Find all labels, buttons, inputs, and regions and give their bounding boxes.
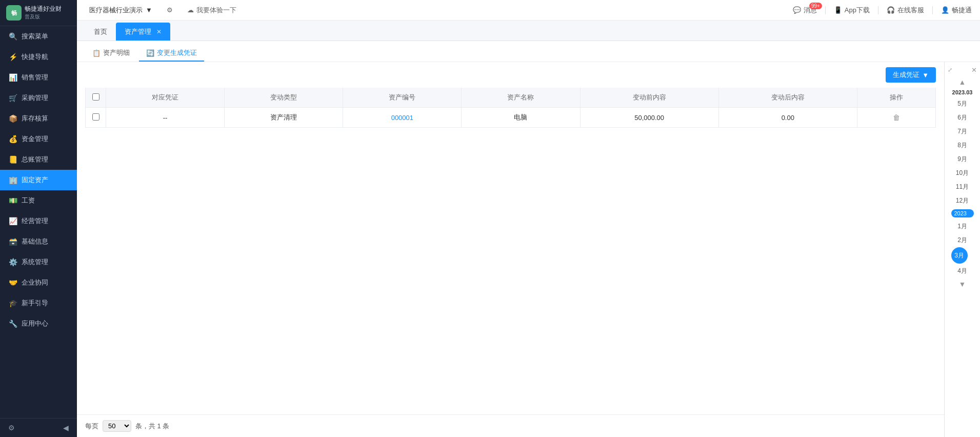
select-all-checkbox[interactable] bbox=[92, 93, 99, 101]
sidebar-item-apps[interactable]: 🔧应用中心 bbox=[0, 313, 77, 334]
col-before: 变动前内容 bbox=[580, 88, 718, 108]
generate-voucher-button[interactable]: 生成凭证 ▼ bbox=[886, 67, 936, 83]
generate-voucher-label: 生成凭证 bbox=[893, 70, 919, 80]
messages-badge: 99+ bbox=[809, 3, 822, 9]
main-area: 医疗器械行业演示 ▼ ⚙ ☁ 我要体验一下 💬 消息 99+ 📱 App下载 🎧… bbox=[77, 0, 980, 437]
table-row: -- 资产清理 000001 电脑 50,000.00 0.00 🗑 bbox=[86, 108, 936, 128]
sidebar-item-search[interactable]: 🔍搜索菜单 bbox=[0, 26, 77, 47]
panel-year-label: 2023.03 bbox=[952, 89, 973, 95]
tab-home-label: 首页 bbox=[94, 28, 107, 35]
col-voucher: 对应凭证 bbox=[106, 88, 225, 108]
header-settings-btn[interactable]: ⚙ bbox=[163, 3, 177, 17]
col-asset-no: 资产编号 bbox=[343, 88, 462, 108]
sidebar-label-system: 系统管理 bbox=[22, 257, 48, 267]
month-item-6月[interactable]: 6月 bbox=[951, 111, 974, 124]
sidebar-item-funds[interactable]: 💰资金管理 bbox=[0, 129, 77, 149]
sub-tab-change-voucher[interactable]: 🔄 变更生成凭证 bbox=[139, 45, 204, 62]
sidebar-item-ledger[interactable]: 📒总账管理 bbox=[0, 149, 77, 170]
panel-close-icon[interactable]: ✕ bbox=[971, 66, 977, 74]
month-item-7月[interactable]: 7月 bbox=[951, 125, 974, 138]
sidebar-item-assets[interactable]: 🏢固定资产 bbox=[0, 170, 77, 190]
col-after: 变动后内容 bbox=[718, 88, 857, 108]
cell-change-type-0: 资产清理 bbox=[225, 108, 343, 128]
customer-service-btn[interactable]: 🎧 在线客服 bbox=[887, 6, 924, 15]
company-selector[interactable]: 医疗器械行业演示 ▼ bbox=[85, 4, 156, 17]
sidebar-item-guide[interactable]: 🎓新手引导 bbox=[0, 293, 77, 313]
month-item-9月[interactable]: 9月 bbox=[951, 152, 974, 166]
page-size-label: 每页 bbox=[85, 422, 98, 431]
sidebar-icon-operations: 📈 bbox=[8, 217, 17, 225]
nav-tabs: 首页 资产管理 ✕ bbox=[77, 21, 980, 41]
sidebar-item-operations[interactable]: 📈经营管理 bbox=[0, 211, 77, 231]
messages-btn[interactable]: 💬 消息 99+ bbox=[793, 6, 817, 15]
user-btn[interactable]: 👤 畅捷通 bbox=[941, 6, 972, 15]
header-divider-2 bbox=[878, 6, 878, 14]
tab-assets-label: 资产管理 bbox=[125, 28, 151, 35]
sidebar-item-payroll[interactable]: 💵工资 bbox=[0, 190, 77, 211]
panel-up-arrow[interactable]: ▲ bbox=[945, 76, 980, 88]
user-avatar-icon: 👤 bbox=[941, 6, 949, 14]
month-item-11月[interactable]: 11月 bbox=[951, 180, 974, 193]
month-item-5月[interactable]: 5月 bbox=[951, 97, 974, 110]
month-item-10月[interactable]: 10月 bbox=[951, 166, 974, 180]
col-action: 操作 bbox=[857, 88, 935, 108]
year-badge: 2023 bbox=[951, 209, 974, 217]
month-item-2023-3月[interactable]: 3月 bbox=[951, 247, 968, 264]
sidebar-label-assets: 固定资产 bbox=[22, 175, 48, 185]
collapse-icon[interactable]: ◀ bbox=[63, 424, 69, 432]
tab-close-icon[interactable]: ✕ bbox=[156, 28, 162, 35]
sidebar-item-collab[interactable]: 🤝企业协同 bbox=[0, 272, 77, 293]
sidebar-icon-assets: 🏢 bbox=[8, 176, 17, 184]
sidebar-icon-basics: 🗃️ bbox=[8, 237, 17, 246]
sidebar-item-purchase[interactable]: 🛒采购管理 bbox=[0, 88, 77, 108]
app-download-label: App下载 bbox=[845, 6, 870, 15]
sidebar-icon-apps: 🔧 bbox=[8, 320, 17, 328]
sidebar-label-sales: 销售管理 bbox=[22, 73, 48, 82]
sub-tab-asset-list[interactable]: 📋 资产明细 bbox=[85, 45, 137, 62]
tab-assets[interactable]: 资产管理 ✕ bbox=[116, 23, 170, 41]
sidebar-item-inventory[interactable]: 📦库存核算 bbox=[0, 108, 77, 129]
page-content: 📋 资产明细 🔄 变更生成凭证 生成凭证 ▼ bbox=[77, 41, 980, 437]
cell-after-0: 0.00 bbox=[718, 108, 857, 128]
service-icon: 🎧 bbox=[887, 6, 895, 14]
panel-expand-icon[interactable]: ⤢ bbox=[948, 67, 952, 73]
month-item-12月[interactable]: 12月 bbox=[951, 194, 974, 207]
feedback-btn[interactable]: ☁ 我要体验一下 bbox=[183, 4, 241, 17]
sidebar-item-system[interactable]: ⚙️系统管理 bbox=[0, 252, 77, 272]
sidebar-label-basics: 基础信息 bbox=[22, 237, 48, 246]
cell-action-0: 🗑 bbox=[857, 108, 935, 128]
col-asset-name: 资产名称 bbox=[462, 88, 580, 108]
tab-home[interactable]: 首页 bbox=[85, 23, 116, 41]
logo-text: 畅捷通好业财 bbox=[25, 5, 62, 13]
cell-voucher-0: -- bbox=[106, 108, 225, 128]
month-item-8月[interactable]: 8月 bbox=[951, 138, 974, 152]
sidebar-icon-search: 🔍 bbox=[8, 32, 17, 41]
right-panel-months: 5月6月7月8月9月10月11月12月20231月2月3月4月 bbox=[951, 96, 974, 278]
month-item-2023-2月[interactable]: 2月 bbox=[951, 233, 974, 247]
sidebar-label-guide: 新手引导 bbox=[22, 299, 48, 308]
row-checkbox-0[interactable] bbox=[92, 113, 99, 121]
month-item-2023-1月[interactable]: 1月 bbox=[951, 220, 974, 233]
panel-down-arrow[interactable]: ▼ bbox=[945, 278, 980, 290]
sidebar-item-sales[interactable]: 📊销售管理 bbox=[0, 67, 77, 88]
generate-voucher-dropdown-icon: ▼ bbox=[922, 71, 929, 79]
app-download-btn[interactable]: 📱 App下载 bbox=[834, 6, 870, 15]
company-name: 医疗器械行业演示 bbox=[89, 6, 143, 15]
sidebar-label-quicknav: 快捷导航 bbox=[22, 52, 48, 62]
settings-icon[interactable]: ⚙ bbox=[8, 424, 15, 432]
change-voucher-icon: 🔄 bbox=[146, 49, 154, 57]
logo-icon: 畅 bbox=[6, 5, 22, 21]
sidebar-item-quicknav[interactable]: ⚡快捷导航 bbox=[0, 47, 77, 67]
cell-asset-no-0: 000001 bbox=[343, 108, 462, 128]
sidebar-logo: 畅 畅捷通好业财 普及版 bbox=[0, 0, 77, 26]
sidebar-icon-ledger: 📒 bbox=[8, 155, 17, 164]
sidebar-label-inventory: 库存核算 bbox=[22, 114, 48, 123]
month-item-2023-4月[interactable]: 4月 bbox=[951, 264, 974, 277]
cell-before-0: 50,000.00 bbox=[580, 108, 718, 128]
delete-icon-0[interactable]: 🗑 bbox=[893, 113, 900, 122]
table-container: 对应凭证 变动类型 资产编号 资产名称 bbox=[77, 88, 944, 414]
page-size-select[interactable]: 50 100 200 bbox=[103, 420, 131, 432]
sidebar-item-basics[interactable]: 🗃️基础信息 bbox=[0, 231, 77, 252]
feedback-icon: ☁ bbox=[187, 6, 194, 14]
sidebar-label-ledger: 总账管理 bbox=[22, 155, 48, 164]
